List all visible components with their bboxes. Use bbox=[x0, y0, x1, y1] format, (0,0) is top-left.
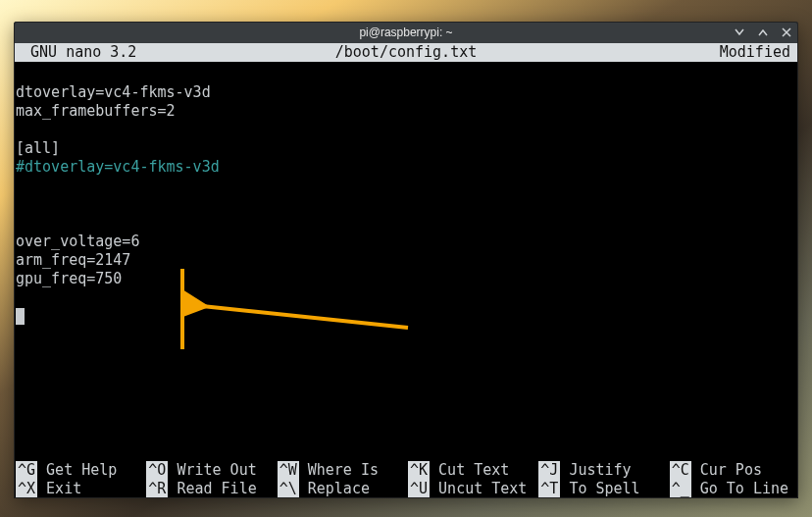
shortcut-item[interactable]: ^C Cur Pos bbox=[668, 461, 798, 480]
shortcut-item[interactable]: ^T To Spell bbox=[536, 480, 667, 498]
editor-line: over_voltage=6 bbox=[16, 233, 796, 251]
editor-content[interactable]: dtoverlay=vc4-fkms-v3dmax_framebuffers=2… bbox=[16, 65, 796, 458]
shortcut-key: ^_ bbox=[670, 480, 691, 498]
editor-line bbox=[16, 177, 796, 195]
shortcut-item[interactable]: ^_ Go To Line bbox=[668, 480, 798, 498]
shortcut-key: ^T bbox=[538, 480, 560, 498]
shortcut-key: ^U bbox=[408, 480, 430, 498]
shortcut-key: ^J bbox=[538, 461, 560, 480]
shortcut-key: ^W bbox=[278, 461, 299, 480]
shortcut-label: To Spell bbox=[560, 480, 639, 497]
shortcut-row-1: ^G Get Help^O Write Out^W Where Is^K Cut… bbox=[14, 461, 798, 480]
editor-line: [all] bbox=[16, 139, 796, 158]
shortcut-item[interactable]: ^X Exit bbox=[14, 480, 144, 498]
editor-line: #dtoverlay=vc4-fkms-v3d bbox=[16, 158, 796, 177]
shortcut-label: Uncut Text bbox=[430, 480, 527, 497]
shortcut-item[interactable]: ^\ Replace bbox=[276, 480, 406, 498]
shortcut-label: Justify bbox=[560, 461, 631, 479]
window-title: pi@raspberrypi: ~ bbox=[359, 26, 452, 39]
shortcut-key: ^G bbox=[16, 461, 37, 480]
shortcut-key: ^R bbox=[146, 480, 168, 498]
shortcut-row-2: ^X Exit^R Read File^\ Replace^U Uncut Te… bbox=[14, 480, 798, 498]
editor-line: arm_freq=2147 bbox=[16, 251, 796, 270]
shortcut-label: Cut Text bbox=[430, 461, 509, 479]
shortcut-label: Exit bbox=[37, 480, 81, 497]
shortcut-key: ^\ bbox=[278, 480, 299, 498]
shortcut-label: Read File bbox=[168, 480, 256, 497]
maximize-icon[interactable] bbox=[757, 26, 771, 38]
shortcut-item[interactable]: ^W Where Is bbox=[276, 461, 406, 480]
shortcut-item[interactable]: ^U Uncut Text bbox=[406, 480, 536, 498]
editor-cursor-line bbox=[16, 307, 796, 326]
editor-line bbox=[16, 214, 796, 233]
shortcut-label: Cur Pos bbox=[691, 461, 762, 479]
shortcut-item[interactable]: ^J Justify bbox=[536, 461, 667, 480]
shortcut-item[interactable]: ^G Get Help bbox=[14, 461, 144, 480]
window-title-bar[interactable]: pi@raspberrypi: ~ bbox=[14, 22, 798, 44]
shortcut-label: Where Is bbox=[299, 461, 379, 479]
nano-header: GNU nano 3.2 /boot/config.txt Modified bbox=[14, 43, 798, 62]
window-controls bbox=[734, 22, 794, 43]
terminal-window: pi@raspberrypi: ~ GNU nano 3.2 /boot/con… bbox=[14, 22, 798, 498]
editor-line bbox=[16, 288, 796, 307]
minimize-icon[interactable] bbox=[734, 26, 747, 38]
editor-line bbox=[16, 195, 796, 214]
nano-shortcuts: ^G Get Help^O Write Out^W Where Is^K Cut… bbox=[14, 461, 798, 498]
nano-file: /boot/config.txt bbox=[335, 43, 478, 61]
shortcut-label: Get Help bbox=[37, 461, 117, 479]
shortcut-key: ^O bbox=[146, 461, 168, 480]
editor-line: gpu_freq=750 bbox=[16, 270, 796, 288]
cursor-icon bbox=[16, 308, 25, 325]
editor-line bbox=[16, 121, 796, 139]
shortcut-item[interactable]: ^R Read File bbox=[144, 480, 275, 498]
shortcut-key: ^K bbox=[408, 461, 430, 480]
shortcut-label: Write Out bbox=[168, 461, 256, 479]
editor-line: dtoverlay=vc4-fkms-v3d bbox=[16, 83, 796, 102]
shortcut-item[interactable]: ^K Cut Text bbox=[406, 461, 536, 480]
shortcut-label: Replace bbox=[299, 480, 370, 497]
shortcut-key: ^X bbox=[16, 480, 37, 498]
shortcut-label: Go To Line bbox=[691, 480, 788, 497]
shortcut-key: ^C bbox=[670, 461, 691, 480]
editor-line bbox=[16, 65, 796, 83]
shortcut-item[interactable]: ^O Write Out bbox=[144, 461, 275, 480]
close-icon[interactable] bbox=[781, 26, 794, 38]
editor-line: max_framebuffers=2 bbox=[16, 102, 796, 121]
terminal-body: GNU nano 3.2 /boot/config.txt Modified d… bbox=[14, 43, 798, 498]
